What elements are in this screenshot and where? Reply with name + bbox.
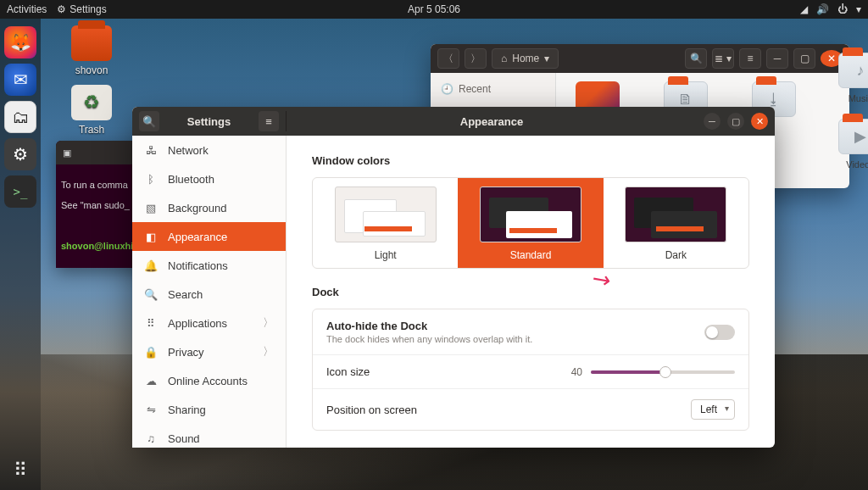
- theme-selector: Light Standard Dark: [312, 177, 749, 269]
- position-select[interactable]: Left: [691, 399, 735, 420]
- sidebar-item-privacy[interactable]: 🔒Privacy〉: [132, 337, 286, 366]
- settings-window: 🔍 Settings ≡ Appearance ─ ▢ ✕ 🖧Network ᛒ…: [132, 107, 775, 448]
- system-menu-chevron-icon[interactable]: ▾: [856, 3, 861, 15]
- volume-icon[interactable]: 🔊: [816, 3, 829, 15]
- cloud-icon: ☁: [144, 375, 158, 387]
- files-maximize-button[interactable]: ▢: [793, 48, 815, 69]
- settings-hamburger-button[interactable]: ≡: [259, 111, 279, 131]
- bell-icon: 🔔: [144, 259, 158, 272]
- autohide-subtitle: The dock hides when any windows overlap …: [326, 334, 532, 344]
- files-item-videos[interactable]: ▶Videos: [831, 119, 868, 170]
- dock-files-icon[interactable]: 🗂: [4, 101, 36, 133]
- settings-search-button[interactable]: 🔍: [139, 111, 159, 131]
- terminal-prompt: shovon@linuxhi: [61, 241, 133, 251]
- iconsize-label: Icon size: [326, 365, 370, 378]
- dock-settings-icon[interactable]: ⚙: [4, 138, 36, 170]
- sidebar-item-notifications[interactable]: 🔔Notifications: [132, 251, 286, 280]
- sidebar-item-label: Sharing: [168, 404, 206, 416]
- position-label: Position on screen: [326, 404, 417, 416]
- dock: 🦊 ✉ 🗂 ⚙ >_ ⠿: [0, 19, 41, 490]
- iconsize-row: Icon size 40: [313, 355, 748, 389]
- theme-option-light[interactable]: Light: [313, 178, 458, 268]
- window-colors-heading: Window colors: [312, 154, 749, 167]
- sidebar-item-applications[interactable]: ⠿Applications〉: [132, 309, 286, 337]
- settings-sidebar-title: Settings: [187, 115, 231, 128]
- sidebar-item-network[interactable]: 🖧Network: [132, 136, 286, 164]
- path-box[interactable]: ⌂ Home ▾: [492, 48, 559, 69]
- sidebar-item-label: Background: [168, 202, 226, 214]
- desktop-home-label: shovon: [64, 64, 119, 76]
- network-icon: 🖧: [144, 144, 158, 157]
- settings-maximize-button[interactable]: ▢: [727, 113, 744, 130]
- clock[interactable]: Apr 5 05:06: [408, 3, 460, 15]
- sidebar-item-label: Notifications: [168, 259, 228, 272]
- show-applications-icon[interactable]: ⠿: [14, 459, 27, 482]
- files-sidebar-label: Recent: [459, 83, 491, 95]
- files-minimize-button[interactable]: ─: [766, 48, 788, 69]
- sidebar-item-background[interactable]: ▧Background: [132, 193, 286, 222]
- theme-option-dark[interactable]: Dark: [604, 178, 748, 268]
- home-icon: ⌂: [501, 53, 507, 64]
- settings-close-button[interactable]: ✕: [751, 113, 768, 130]
- settings-sidebar: 🖧Network ᛒBluetooth ▧Background ◧Appeara…: [132, 136, 287, 448]
- topbar-app-indicator[interactable]: Settings: [57, 3, 106, 15]
- sidebar-item-sharing[interactable]: ⇋Sharing: [132, 395, 286, 424]
- settings-minimize-button[interactable]: ─: [704, 113, 721, 130]
- background-icon: ▧: [144, 202, 158, 214]
- search-icon: 🔍: [144, 288, 158, 301]
- files-sidebar-recent[interactable]: 🕘 Recent: [439, 80, 547, 98]
- sidebar-item-label: Bluetooth: [168, 173, 214, 186]
- nav-forward-button[interactable]: 〉: [465, 48, 487, 69]
- theme-label: Standard: [510, 249, 552, 261]
- sidebar-item-label: Sound: [168, 432, 200, 445]
- desktop-home-folder[interactable]: shovon: [64, 25, 119, 76]
- dock-firefox-icon[interactable]: 🦊: [4, 26, 36, 58]
- sidebar-item-label: Privacy: [168, 346, 204, 359]
- desktop-trash-label: Trash: [64, 124, 119, 136]
- settings-page-title: Appearance: [287, 115, 697, 128]
- position-row: Position on screen Left: [313, 389, 748, 430]
- files-label: Videos: [831, 159, 868, 170]
- apps-icon: ⠿: [144, 317, 158, 330]
- dock-thunderbird-icon[interactable]: ✉: [4, 64, 36, 96]
- bluetooth-icon: ᛒ: [144, 173, 158, 186]
- sidebar-item-appearance[interactable]: ◧Appearance: [132, 222, 286, 251]
- sidebar-item-search[interactable]: 🔍Search: [132, 280, 286, 309]
- top-bar: Activities Settings Apr 5 05:06 ◢ 🔊 ⏻ ▾: [0, 0, 868, 19]
- files-label: Music: [831, 93, 868, 103]
- nav-back-button[interactable]: 〈: [437, 48, 459, 69]
- position-value: Left: [700, 404, 717, 415]
- theme-option-standard[interactable]: Standard: [458, 178, 603, 268]
- autohide-switch[interactable]: [704, 325, 735, 340]
- dock-settings-card: Auto-hide the Dock The dock hides when a…: [312, 309, 749, 431]
- sidebar-item-label: Online Accounts: [168, 375, 248, 387]
- iconsize-value: 40: [571, 366, 582, 378]
- activities-button[interactable]: Activities: [7, 3, 47, 15]
- desktop-trash[interactable]: ♻ Trash: [64, 85, 119, 136]
- path-label: Home: [512, 53, 539, 64]
- recent-icon: 🕘: [441, 83, 453, 95]
- theme-label: Dark: [665, 249, 687, 261]
- sidebar-item-sound[interactable]: ♫Sound: [132, 424, 286, 448]
- files-search-button[interactable]: 🔍: [685, 48, 707, 69]
- sidebar-item-online-accounts[interactable]: ☁Online Accounts: [132, 366, 286, 395]
- files-item-music[interactable]: ♪Music: [831, 53, 868, 103]
- network-status-icon[interactable]: ◢: [800, 3, 808, 15]
- power-icon[interactable]: ⏻: [837, 3, 848, 15]
- files-view-list-button[interactable]: ≣ ▾: [712, 48, 734, 69]
- sidebar-item-label: Network: [168, 144, 209, 157]
- iconsize-slider[interactable]: [591, 370, 735, 374]
- sidebar-item-label: Applications: [168, 317, 227, 330]
- lock-icon: 🔒: [144, 346, 158, 359]
- sound-icon: ♫: [144, 432, 158, 445]
- theme-label: Light: [375, 249, 397, 261]
- settings-panel: Window colors Light Standard Dark Dock: [287, 136, 775, 448]
- sidebar-item-bluetooth[interactable]: ᛒBluetooth: [132, 164, 286, 193]
- files-menu-button[interactable]: ≡: [739, 48, 761, 69]
- sidebar-item-label: Appearance: [168, 231, 227, 243]
- autohide-row: Auto-hide the Dock The dock hides when a…: [313, 309, 748, 355]
- files-headerbar: 〈 〉 ⌂ Home ▾ 🔍 ≣ ▾ ≡ ─ ▢ ✕: [431, 44, 849, 73]
- dock-terminal-icon[interactable]: >_: [4, 175, 36, 208]
- autohide-title: Auto-hide the Dock: [326, 320, 532, 332]
- settings-titlebar: 🔍 Settings ≡ Appearance ─ ▢ ✕: [132, 107, 775, 136]
